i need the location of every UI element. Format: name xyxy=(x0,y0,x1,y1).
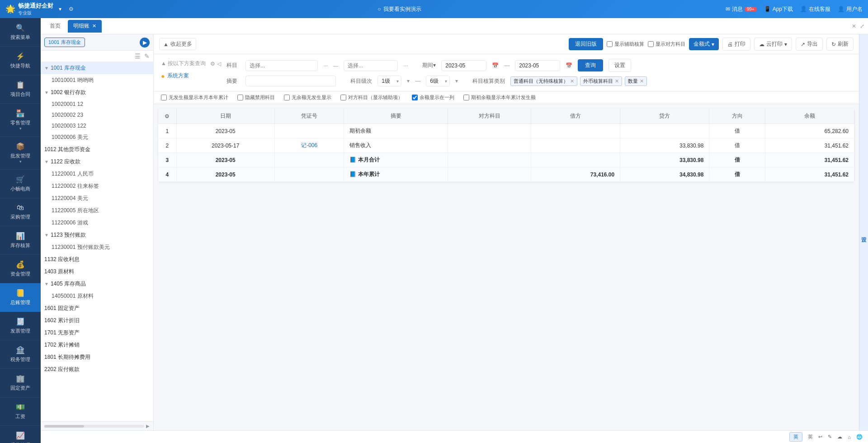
tree-item-1012[interactable]: 1012 其他货币资金 xyxy=(41,143,153,156)
sidebar-item-tax[interactable]: 🏦 税务管理 xyxy=(0,340,41,369)
sidebar-item-inventory[interactable]: 📊 库存核算 xyxy=(0,226,41,255)
app-download-btn[interactable]: 📱 App下载 xyxy=(764,5,793,13)
status-cloud-icon[interactable]: ☁ xyxy=(837,434,842,440)
period-calendar-icon[interactable]: 📅 xyxy=(492,62,499,69)
option-no-balance[interactable]: 无余额无发生显示 xyxy=(284,94,331,101)
tree-item-10010001[interactable]: 10010001 哟哟哟 xyxy=(41,74,153,86)
show-contra-checkbox[interactable]: 显示对方科目 xyxy=(648,41,685,48)
sidebar-item-project[interactable]: 📋 项目合同 xyxy=(0,75,41,104)
tree-item-2202[interactable]: 2202 应付账款 xyxy=(41,363,153,376)
option-opening-balance[interactable]: 期初余额显示本年累计发生额 xyxy=(463,94,536,101)
status-input-btn[interactable]: 英 xyxy=(808,433,813,440)
filter-tag-foreign-close[interactable]: ✕ xyxy=(615,78,619,84)
dropdown-icon[interactable]: ▾ xyxy=(59,6,61,12)
option-no-amount[interactable]: 无发生额显示本月本年累计 xyxy=(161,94,228,101)
level-start-select[interactable]: 1级 2级 3级 xyxy=(377,76,401,86)
show-aux-checkbox[interactable]: 显示辅助核算 xyxy=(607,41,644,48)
sidebar-item-management[interactable]: 📈 经营管理 xyxy=(0,426,41,443)
tree-item-11220005[interactable]: 11220005 所在地区 xyxy=(41,205,153,217)
close-window-icon[interactable]: ✕ xyxy=(852,23,856,29)
sidebar-item-search[interactable]: 🔍 搜索菜单 xyxy=(0,18,41,47)
expand-window-icon[interactable]: ⤢ xyxy=(860,23,864,29)
scheme-item[interactable]: ● 系统方案 xyxy=(161,71,221,81)
voucher-link[interactable]: 记-006 xyxy=(301,142,317,148)
tree-item-1702[interactable]: 1702 累计摊销 xyxy=(41,339,153,351)
tree-header-edit-icon[interactable]: ✎ xyxy=(144,52,150,60)
tree-item-1602[interactable]: 1602 累计折旧 xyxy=(41,314,153,327)
sidebar-item-invoice[interactable]: 🧾 发票管理 xyxy=(0,312,41,340)
sidebar-item-assets[interactable]: 🏢 固定资产 xyxy=(0,369,41,397)
tree-item-1801[interactable]: 1801 长期待摊费用 xyxy=(41,351,153,363)
option-balance-one-col[interactable]: 余额显示在一列 xyxy=(412,94,454,101)
level-end-select[interactable]: 6级 5级 4级 xyxy=(426,76,450,86)
tree-item-11220002[interactable]: 11220002 往来标签 xyxy=(41,180,153,192)
tree-item-10020002[interactable]: 10020002 23 xyxy=(41,110,153,120)
summary-input[interactable] xyxy=(245,76,336,86)
tree-item-10020003[interactable]: 10020003 122 xyxy=(41,120,153,131)
tab-close-icon[interactable]: ✕ xyxy=(92,23,96,29)
tree-item-1001[interactable]: ▼ 1001 库存现金 xyxy=(41,62,153,74)
status-globe-icon[interactable]: 🌐 xyxy=(856,434,863,440)
tab-home[interactable]: 首页 xyxy=(44,20,66,33)
sidebar-item-nav[interactable]: ⚡ 快捷导航 xyxy=(0,47,41,75)
account-tree-body[interactable]: ☰ ✎ ▼ 1001 库存现金 10010001 哟哟哟 ▼ 1002 银行存款 xyxy=(41,51,153,421)
sidebar-item-salary[interactable]: 💵 工资 xyxy=(0,397,41,426)
message-btn[interactable]: ✉ 消息 99+ xyxy=(726,5,757,13)
tree-item-11220006[interactable]: 11220006 游戏 xyxy=(41,217,153,229)
tree-nav-arrow[interactable]: ▶ xyxy=(140,38,150,48)
refresh-btn[interactable]: ↻ 刷新 xyxy=(826,38,854,51)
subject-end-input[interactable] xyxy=(344,60,398,71)
return-old-btn[interactable]: 退回旧版 xyxy=(569,38,603,50)
tree-item-10020006[interactable]: 10020006 美元 xyxy=(41,131,153,143)
option-contra-subject[interactable]: 对方科目（显示辅助项） xyxy=(340,94,403,101)
option-hide-disabled[interactable]: 隐藏禁用科目 xyxy=(237,94,275,101)
scroll-right-icon[interactable]: ▶ xyxy=(146,424,150,429)
sidebar-item-purchase[interactable]: 🛍 采购管理 xyxy=(0,198,41,226)
tree-item-11220004[interactable]: 11220004 美元 xyxy=(41,192,153,205)
tree-header-list-icon[interactable]: ☰ xyxy=(135,52,141,60)
right-panel[interactable]: 设置 xyxy=(859,34,868,430)
cell-voucher-2[interactable]: 记-006 xyxy=(274,138,344,153)
subject-input[interactable] xyxy=(245,60,318,71)
filter-settings-btn[interactable]: 设置 xyxy=(609,59,631,72)
query-btn[interactable]: 查询 xyxy=(578,59,603,71)
user-area[interactable]: 👤 用户名 xyxy=(838,5,863,13)
period-end-calendar-icon[interactable]: 📅 xyxy=(566,62,572,69)
tab-detail[interactable]: 明细账 ✕ xyxy=(68,20,102,33)
column-settings-icon[interactable]: ⚙ xyxy=(165,113,170,119)
export-btn[interactable]: ↗ 导出 xyxy=(796,38,823,51)
option-contra-subject-input[interactable] xyxy=(340,95,346,100)
option-hide-disabled-input[interactable] xyxy=(237,95,243,100)
tree-item-1701[interactable]: 1701 无形资产 xyxy=(41,327,153,339)
filter-collapse-icon[interactable]: ▲ 按以下方案查询 xyxy=(161,60,206,67)
collapse-more-btn[interactable]: ▲ 收起更多 xyxy=(159,38,196,50)
period-end-input[interactable] xyxy=(515,60,560,71)
show-aux-input[interactable] xyxy=(607,41,613,47)
option-no-amount-input[interactable] xyxy=(161,95,167,100)
show-contra-input[interactable] xyxy=(648,41,654,47)
status-translate-btn[interactable]: 英 xyxy=(789,432,802,442)
print-btn[interactable]: 🖨 打印 xyxy=(722,38,750,51)
filter-tag-normal-close[interactable]: ✕ xyxy=(570,78,574,84)
tree-item-14050001[interactable]: 14050001 原材料 xyxy=(41,290,153,302)
filter-arrow-icon[interactable]: ◁ xyxy=(217,61,221,67)
filter-tag-qty-close[interactable]: ✕ xyxy=(640,78,644,84)
sidebar-item-retail[interactable]: 🏪 零售管理 ▾ xyxy=(0,104,41,137)
tree-item-1601[interactable]: 1601 固定资产 xyxy=(41,302,153,314)
option-balance-one-col-input[interactable] xyxy=(412,95,418,100)
period-start-input[interactable] xyxy=(441,60,486,71)
online-service-btn[interactable]: 👤 在线客服 xyxy=(800,5,830,13)
cloud-print-btn[interactable]: ☁ 云打印 ▾ xyxy=(754,38,792,51)
tree-item-10020001[interactable]: 10020001 12 xyxy=(41,99,153,110)
demo-link[interactable]: ○ 我要看实例演示 xyxy=(377,5,421,13)
status-arrow-icon[interactable]: ↩ xyxy=(818,434,822,440)
sidebar-item-ledger[interactable]: 📒 总账管理 xyxy=(0,283,41,312)
tree-item-1405[interactable]: ▼ 1405 库存商品 xyxy=(41,278,153,290)
tree-item-11220001[interactable]: 11220001 人民币 xyxy=(41,168,153,180)
tree-item-1002[interactable]: ▼ 1002 银行存款 xyxy=(41,86,153,99)
tree-item-1122[interactable]: ▼ 1122 应收款 xyxy=(41,156,153,168)
sidebar-item-finance[interactable]: 💰 资金管理 xyxy=(0,255,41,283)
filter-config-icon[interactable]: ⚙ xyxy=(210,61,215,67)
tree-item-1132[interactable]: 1132 应收利息 xyxy=(41,253,153,266)
option-no-balance-input[interactable] xyxy=(284,95,290,100)
